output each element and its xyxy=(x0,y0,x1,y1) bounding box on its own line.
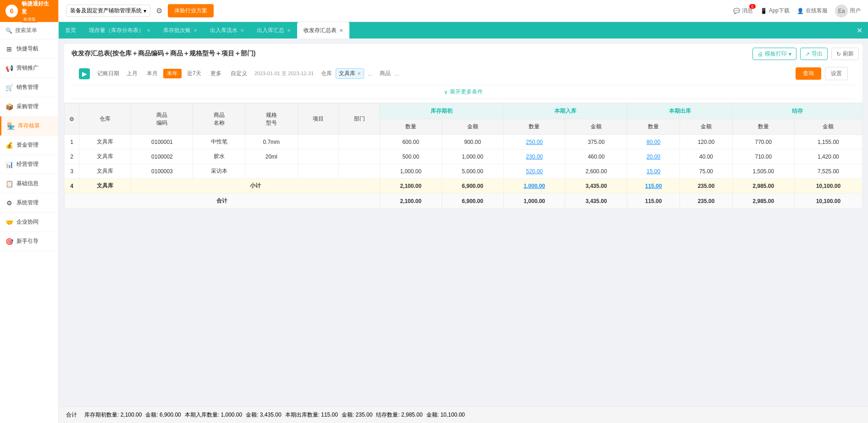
col-project-header: 项目 xyxy=(298,104,339,135)
col-open-qty-header: 数量 xyxy=(380,119,442,135)
online-service-action[interactable]: 👤 在线客服 xyxy=(797,7,828,15)
bottom-bal-amt: 10,100.00 xyxy=(440,412,464,418)
date-btn-custom[interactable]: 自定义 xyxy=(227,69,251,78)
filter-settings-button[interactable]: 设置 xyxy=(825,67,848,80)
date-btn-this-month[interactable]: 本月 xyxy=(143,69,161,78)
expand-more-bar[interactable]: ∨ 展开更多条件 xyxy=(72,85,855,99)
logo: 6 畅捷通好生意 标准版 xyxy=(0,0,58,22)
tab-in-out-summary-close[interactable]: ✕ xyxy=(287,28,291,33)
warehouse-tag[interactable]: 文具库 ✕ xyxy=(336,68,364,79)
bottom-total-label: 合计 xyxy=(66,411,77,419)
trial-button[interactable]: 体验行业方案 xyxy=(168,4,214,17)
sidebar-item-purchase[interactable]: 📦 采购管理 xyxy=(0,97,58,116)
chevron-down-icon-print: ▾ xyxy=(789,51,791,57)
date-btn-more[interactable]: 更多 xyxy=(207,69,225,78)
subtotal-row: 4 文具库 小计 2,100.00 6,900.00 1,000.00 3,43… xyxy=(65,179,862,193)
sidebar-item-guide[interactable]: 🎯 新手引导 xyxy=(0,232,58,251)
total-bal-qty: 2,985.00 xyxy=(732,193,794,209)
avatar-text: Ea xyxy=(838,8,845,14)
purchase-icon: 📦 xyxy=(6,103,13,110)
search-menu[interactable]: 🔍 搜索菜单 xyxy=(0,22,58,39)
sidebar-item-quick-nav[interactable]: ⊞ 快捷导航 xyxy=(0,39,58,59)
data-table: ⚙ 仓库 商品编码 商品名称 规格型号 项目 部门 库存期初 本期入库 本期出库… xyxy=(64,103,862,209)
tab-recv-send-summary-close[interactable]: ✕ xyxy=(339,28,343,33)
sidebar-item-marketing[interactable]: 📢 营销推广 xyxy=(0,59,58,78)
guide-icon: 🎯 xyxy=(6,238,13,245)
avatar: Ea xyxy=(835,5,848,17)
user-action[interactable]: Ea 用户 xyxy=(835,5,861,17)
warehouse-more[interactable]: ... xyxy=(368,71,372,77)
date-buttons: 上月 本月 本年 近7天 更多 自定义 xyxy=(123,69,251,78)
tab-batch-account-close[interactable]: ✕ xyxy=(194,28,197,33)
tab-in-out-flow-label: 出入库流水 xyxy=(210,27,238,34)
tab-inventory-dist-close[interactable]: ✕ xyxy=(147,28,150,33)
col-in-amt-header: 金额 xyxy=(565,119,627,135)
total-out-qty: 115.00 xyxy=(627,193,680,209)
sidebar-item-basic[interactable]: 📋 基础信息 xyxy=(0,174,58,193)
sidebar-item-operations[interactable]: 📊 经营管理 xyxy=(0,155,58,174)
nav-tabs: 首页 现存量（库存分布表） ✕ 库存批次账 ✕ 出入库流水 ✕ 出入库汇总 ✕ … xyxy=(59,22,868,38)
tab-recv-send-summary-label: 收发存汇总表 xyxy=(304,27,337,34)
message-icon: 💬 xyxy=(733,8,740,14)
bottom-open-qty: 2,100.00 xyxy=(121,412,142,418)
tab-in-out-summary[interactable]: 出入库汇总 ✕ xyxy=(250,22,297,38)
tab-home[interactable]: 首页 xyxy=(59,22,83,38)
sidebar-item-system[interactable]: ⚙ 系统管理 xyxy=(0,193,58,213)
search-icon: 🔍 xyxy=(6,27,12,34)
col-open-amt-header: 金额 xyxy=(442,119,503,135)
bottom-open-amt: 6,900.00 xyxy=(160,412,181,418)
bottom-in-qty: 1,000.00 xyxy=(221,412,242,418)
tab-inventory-dist[interactable]: 现存量（库存分布表） ✕ xyxy=(83,22,157,38)
refresh-button[interactable]: ↻ 刷新 xyxy=(831,48,859,60)
total-in-qty: 1,000.00 xyxy=(503,193,565,209)
col-settings-header[interactable]: ⚙ xyxy=(65,104,79,135)
expand-label: 展开更多条件 xyxy=(450,88,483,96)
close-all-tabs-icon[interactable]: ✕ xyxy=(851,22,868,38)
col-goods-spec-header: 规格型号 xyxy=(245,104,298,135)
system-name-text: 装备及固定资产辅助管理系统 xyxy=(70,7,142,15)
data-table-container: ⚙ 仓库 商品编码 商品名称 规格型号 项目 部门 库存期初 本期入库 本期出库… xyxy=(64,103,862,209)
date-btn-7days[interactable]: 近7天 xyxy=(183,69,205,78)
sidebar-item-sales[interactable]: 🛒 销售管理 xyxy=(0,78,58,97)
total-out-amt: 235.00 xyxy=(680,193,733,209)
tab-batch-account[interactable]: 库存批次账 ✕ xyxy=(157,22,204,38)
table-row: 2 文具库 0100002 胶水 20ml 500.00 1,000.00 23… xyxy=(65,149,862,164)
goods-more[interactable]: ... xyxy=(394,71,399,77)
online-service-label: 在线客服 xyxy=(806,7,828,15)
app-download-action[interactable]: 📱 App下载 xyxy=(760,7,790,15)
col-goods-code-header: 商品编码 xyxy=(131,104,193,135)
tab-batch-account-label: 库存批次账 xyxy=(163,27,191,34)
col-open-stock-header: 库存期初 xyxy=(380,104,503,119)
filter-toggle[interactable]: ▶ xyxy=(79,68,90,79)
system-icon: ⚙ xyxy=(6,199,13,207)
inventory-icon: 🏪 xyxy=(7,122,14,130)
filter-bar: ▶ 记账日期 上月 本月 本年 近7天 更多 自定义 2023-01-01 至 … xyxy=(72,62,855,85)
marketing-icon: 📢 xyxy=(6,65,13,72)
tab-inventory-dist-label: 现存量（库存分布表） xyxy=(89,27,144,34)
query-button[interactable]: 查询 xyxy=(796,67,821,80)
date-btn-this-year[interactable]: 本年 xyxy=(163,69,182,78)
total-open-amt: 6,900.00 xyxy=(442,193,503,209)
settings-icon[interactable]: ⚙ xyxy=(156,6,162,15)
refresh-icon: ↻ xyxy=(836,51,841,57)
chevron-down-icon-expand: ∨ xyxy=(444,89,448,95)
tab-recv-send-summary[interactable]: 收发存汇总表 ✕ xyxy=(297,22,349,38)
message-action[interactable]: 💬 消息 6 xyxy=(733,7,753,15)
logo-text: 畅捷通好生意 标准版 xyxy=(22,0,53,22)
tab-in-out-flow-close[interactable]: ✕ xyxy=(240,28,244,33)
sidebar-item-capital[interactable]: 💰 资金管理 xyxy=(0,136,58,155)
sidebar-item-inventory[interactable]: 🏪 库存核算 xyxy=(0,116,58,136)
tab-in-out-summary-label: 出入库汇总 xyxy=(257,27,284,34)
warehouse-tag-close[interactable]: ✕ xyxy=(357,71,361,76)
system-name-selector[interactable]: 装备及固定资产辅助管理系统 ▾ xyxy=(66,5,150,17)
print-button[interactable]: 🖨 模板打印 ▾ xyxy=(752,48,796,60)
user-label: 用户 xyxy=(850,7,861,15)
col-goods-name-header: 商品名称 xyxy=(193,104,245,135)
col-balance-header: 结存 xyxy=(732,104,862,119)
tab-in-out-flow[interactable]: 出入库流水 ✕ xyxy=(204,22,250,38)
page-actions: 🖨 模板打印 ▾ ↗ 导出 ↻ 刷新 xyxy=(749,44,862,64)
date-btn-last-month[interactable]: 上月 xyxy=(123,69,141,78)
sidebar-item-collab[interactable]: 🤝 企业协同 xyxy=(0,213,58,232)
export-button[interactable]: ↗ 导出 xyxy=(800,48,828,60)
phone-icon: 📱 xyxy=(760,8,767,14)
